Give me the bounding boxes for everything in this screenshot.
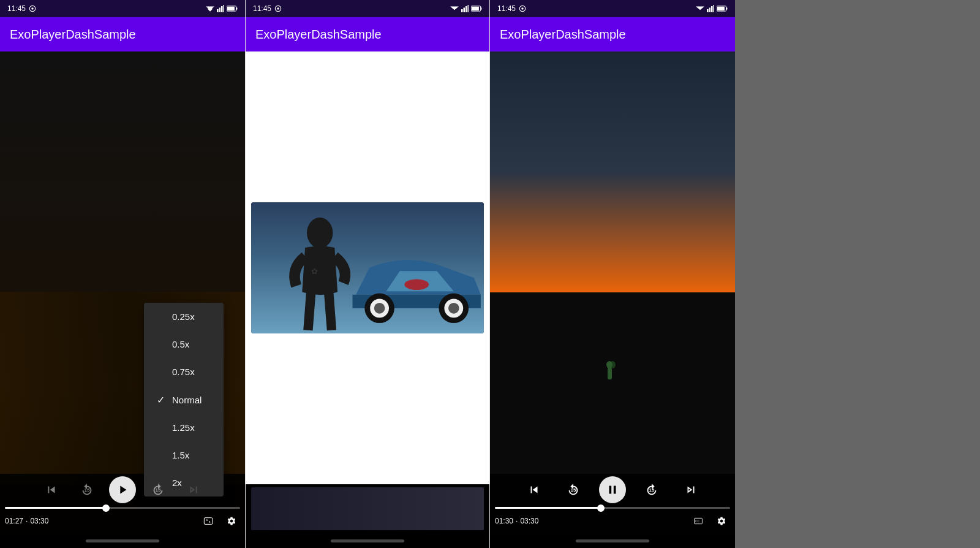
right-settings-button[interactable] [713, 512, 730, 530]
play-button[interactable] [109, 476, 136, 503]
right-cc-button[interactable]: CC [690, 512, 707, 530]
speed-option-05[interactable]: 0.5x [144, 330, 224, 358]
svg-rect-16 [464, 8, 466, 13]
left-home-indicator [86, 539, 159, 542]
svg-point-29 [448, 303, 459, 314]
center-home-indicator [331, 539, 404, 542]
speed-dropdown-menu: 0.25x 0.5x 0.75x ✓ Normal [144, 303, 224, 497]
skip-next-button-left[interactable] [180, 476, 207, 503]
left-time: 11:45 [7, 4, 26, 13]
svg-rect-70 [698, 368, 703, 380]
left-progress-track[interactable] [5, 507, 240, 509]
speed-option-125[interactable]: 1.25x [144, 414, 224, 441]
right-bottom-controls: 15 15 [490, 474, 735, 533]
left-time-sep: · [26, 517, 28, 525]
right-time-label: 01:30 · 03:30 [495, 517, 538, 525]
right-time: 11:45 [497, 4, 516, 13]
svg-point-67 [682, 360, 690, 369]
right-spacer [735, 0, 980, 548]
svg-rect-5 [219, 8, 221, 13]
right-status-left: 11:45 [497, 4, 527, 13]
svg-point-59 [624, 360, 631, 368]
left-app-title: ExoPlayerDashSample [10, 28, 136, 42]
right-total-time: 03:30 [520, 517, 538, 525]
svg-point-30 [404, 279, 429, 290]
left-status-right [206, 5, 238, 12]
forward-15-button[interactable]: 15 [145, 476, 172, 503]
right-video-frame: 15 15 [490, 51, 735, 533]
svg-rect-21 [472, 7, 479, 11]
speed-label-075: 0.75x [172, 367, 195, 377]
svg-point-69 [697, 360, 704, 368]
left-video-area: 0.25x 0.5x 0.75x ✓ Normal [0, 51, 245, 533]
right-skip-prev-button[interactable] [521, 476, 548, 503]
svg-rect-56 [597, 368, 601, 380]
right-skip-next-icon [684, 483, 698, 497]
right-wifi-icon [696, 6, 704, 12]
svg-point-13 [277, 7, 279, 10]
right-sunset-bg [490, 51, 735, 292]
speed-option-normal[interactable]: ✓ Normal [144, 386, 224, 414]
left-status-bar: 11:45 [0, 0, 245, 17]
svg-point-61 [638, 361, 646, 370]
check-icon-normal: ✓ [155, 394, 166, 405]
svg-point-51 [566, 360, 573, 368]
speed-label-15: 1.5x [172, 450, 189, 460]
center-video-thumbnail[interactable]: ✿ [251, 202, 484, 333]
center-app-bar: ExoPlayerDashSample [246, 17, 489, 51]
right-pause-button[interactable] [599, 476, 626, 503]
skip-prev-button[interactable] [38, 476, 65, 503]
speed-option-025[interactable]: 0.25x [144, 303, 224, 330]
skip-prev-icon [45, 483, 58, 497]
svg-point-49 [551, 360, 559, 369]
svg-point-32 [521, 7, 524, 10]
svg-rect-17 [466, 6, 467, 12]
svg-rect-48 [538, 368, 543, 380]
replay-15-button[interactable]: 15 [74, 476, 100, 503]
forward-number: 15 [156, 487, 161, 493]
left-phone: 11:45 ExoPlayerDashSample 0.25x [0, 0, 245, 548]
center-nav-bar [246, 533, 489, 548]
car-silhouette [349, 235, 484, 334]
right-forward-15-button[interactable]: 15 [638, 476, 665, 503]
svg-rect-37 [714, 5, 715, 12]
svg-rect-40 [717, 7, 725, 11]
speed-option-15[interactable]: 1.5x [144, 441, 224, 469]
right-replay-15-button[interactable]: 15 [560, 476, 587, 503]
right-nav-bar [490, 533, 735, 548]
center-time: 11:45 [253, 4, 271, 13]
right-replay-number: 15 [571, 487, 576, 493]
right-forward-number: 15 [649, 487, 655, 493]
center-app-title: ExoPlayerDashSample [255, 28, 382, 42]
center-battery-icon [471, 6, 482, 12]
right-skip-prev-icon [527, 483, 541, 497]
right-video-area: 15 15 [490, 51, 735, 533]
svg-line-44 [511, 370, 516, 379]
left-aspect-ratio-button[interactable] [200, 512, 217, 530]
svg-point-71 [712, 362, 718, 369]
speed-option-075[interactable]: 0.75x [144, 358, 224, 386]
svg-point-1 [31, 7, 34, 10]
right-progress-track[interactable] [495, 507, 730, 509]
svg-point-41 [505, 360, 512, 368]
svg-text:CC: CC [695, 520, 699, 523]
right-progress-fill [495, 507, 601, 509]
right-skip-next-button[interactable] [677, 476, 704, 503]
left-app-bar: ExoPlayerDashSample [0, 17, 245, 51]
svg-rect-60 [625, 368, 630, 380]
svg-rect-35 [709, 8, 711, 13]
right-pause-icon [606, 483, 619, 497]
left-settings-button[interactable] [223, 512, 240, 530]
left-video-frame: 0.25x 0.5x 0.75x ✓ Normal [0, 51, 245, 533]
settings-icon-left [227, 516, 236, 526]
center-status-right [450, 5, 482, 12]
left-time-row: 01:27 · 03:30 [5, 512, 240, 530]
svg-point-26 [374, 303, 385, 314]
svg-rect-39 [726, 7, 728, 10]
left-progress-fill [5, 507, 106, 509]
svg-rect-11 [204, 518, 212, 525]
left-controls-container: 0.25x 0.5x 0.75x ✓ Normal [0, 474, 245, 533]
speed-label-025: 0.25x [172, 311, 195, 322]
svg-rect-62 [639, 369, 644, 380]
svg-rect-18 [468, 5, 469, 12]
